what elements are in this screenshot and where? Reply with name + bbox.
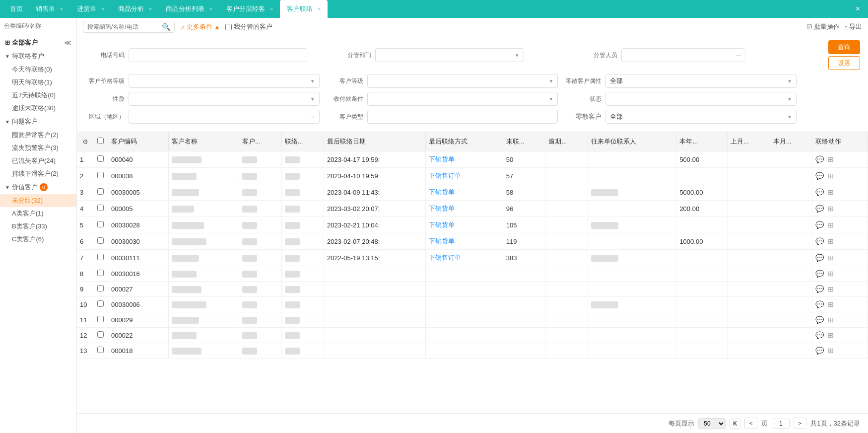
customer-type-input[interactable] — [367, 110, 558, 124]
tab-sales-order[interactable]: 销售单 × — [29, 0, 70, 18]
grid-action-icon[interactable]: ⊞ — [828, 270, 834, 278]
my-customers-checkbox[interactable] — [225, 24, 232, 30]
row-checkbox[interactable] — [94, 312, 108, 328]
close-product-analysis-icon[interactable]: × — [149, 6, 152, 12]
manager-input[interactable]: ··· — [621, 48, 745, 62]
settings-icon[interactable]: ⚙ — [80, 136, 91, 147]
retail-attr-select[interactable]: 全部 ▼ — [605, 74, 797, 88]
type-col-header[interactable]: 客户... — [239, 132, 281, 151]
code-col-header[interactable]: 客户编码 — [108, 132, 169, 151]
grid-action-icon[interactable]: ⊞ — [828, 285, 834, 293]
page-size-select[interactable]: 50 100 200 — [698, 418, 726, 429]
chat-icon[interactable]: 💬 — [815, 188, 824, 196]
search-icon[interactable]: 🔍 — [162, 23, 170, 31]
sidebar-item-churn-warning[interactable]: 流失预警客户(3) — [0, 142, 76, 154]
chat-icon[interactable]: 💬 — [815, 285, 824, 293]
grid-action-icon[interactable]: ⊞ — [828, 300, 834, 308]
phone-input[interactable] — [129, 48, 307, 62]
payment-select[interactable]: ▼ — [367, 92, 558, 106]
tab-purchase-order[interactable]: 进货单 × — [70, 0, 111, 18]
this-month-col-header[interactable]: 本月... — [770, 132, 812, 151]
grid-action-icon[interactable]: ⊞ — [828, 237, 834, 245]
chat-icon[interactable]: 💬 — [815, 237, 824, 245]
sidebar-item-churned[interactable]: 已流失客户(24) — [0, 154, 76, 167]
row-checkbox[interactable] — [94, 151, 108, 168]
first-page-button[interactable]: K — [730, 419, 740, 429]
all-customers-header[interactable]: ⊞ 全部客户 ≪ — [0, 34, 76, 49]
grid-action-icon[interactable]: ⊞ — [828, 254, 834, 262]
contact-person-col-header[interactable]: 往来单位联系人 — [588, 132, 676, 151]
my-customers-toggle[interactable]: 我分管的客户 — [225, 22, 272, 31]
uncontacted-col-header[interactable]: 未联... — [503, 132, 545, 151]
row-checkbox[interactable] — [94, 184, 108, 201]
row-checkbox[interactable] — [94, 266, 108, 282]
tab-customer-segmentation[interactable]: 客户分层经客 × — [219, 0, 280, 18]
action-col-header[interactable]: 联络动作 — [812, 132, 868, 151]
chat-icon[interactable]: 💬 — [815, 347, 824, 355]
close-product-analysis-list-icon[interactable]: × — [209, 6, 212, 12]
row-checkbox[interactable] — [94, 201, 108, 217]
department-select[interactable]: ▼ — [375, 48, 524, 62]
row-checkbox[interactable] — [94, 217, 108, 233]
grid-action-icon[interactable]: ⊞ — [828, 172, 834, 180]
contact-method-link[interactable]: 下销售订单 — [429, 172, 461, 179]
grid-action-icon[interactable]: ⊞ — [828, 331, 834, 339]
price-level-select[interactable]: ▼ — [129, 74, 320, 88]
this-year-col-header[interactable]: 本年... — [676, 132, 728, 151]
home-tab[interactable]: 首页 — [4, 0, 29, 18]
chat-icon[interactable]: 💬 — [815, 155, 824, 163]
last-month-col-header[interactable]: 上月... — [728, 132, 770, 151]
overdue-col-header[interactable]: 逾期... — [545, 132, 588, 151]
sidebar-group-problem-customers[interactable]: ▼ 问题客户 — [0, 115, 76, 129]
sidebar-item-tomorrow-pending[interactable]: 明天待联络(1) — [0, 76, 76, 89]
search-input[interactable] — [87, 23, 162, 30]
sidebar-item-class-b[interactable]: B类客户(33) — [0, 220, 76, 233]
retail-customer-select[interactable]: 全部 ▼ — [605, 110, 797, 124]
sidebar-item-overdue-contact[interactable]: 逾期未联络(30) — [0, 102, 76, 115]
chat-icon[interactable]: 💬 — [815, 221, 824, 229]
last-contact-method-col-header[interactable]: 最后联络方式 — [425, 132, 503, 151]
grid-action-icon[interactable]: ⊞ — [828, 316, 834, 324]
reset-button[interactable]: 设置 — [828, 56, 860, 70]
name-col-header[interactable]: 客户名称 — [168, 132, 239, 151]
row-checkbox[interactable] — [94, 328, 108, 343]
nature-select[interactable]: ▼ — [129, 92, 320, 106]
row-checkbox[interactable] — [94, 297, 108, 312]
contact-method-link[interactable]: 下销货单 — [429, 188, 455, 196]
close-purchase-order-icon[interactable]: × — [101, 6, 104, 12]
checkbox-col-header[interactable] — [94, 132, 108, 151]
settings-col-header[interactable]: ⚙ — [77, 132, 94, 151]
refresh-icon[interactable]: ↺ — [40, 183, 48, 191]
window-close-icon[interactable]: × — [852, 4, 864, 13]
sidebar-item-class-a[interactable]: A类客户(1) — [0, 207, 76, 220]
row-checkbox[interactable] — [94, 250, 108, 266]
contact-method-link[interactable]: 下销货单 — [429, 221, 455, 228]
contact-method-link[interactable]: 下销售订单 — [429, 254, 461, 261]
chat-icon[interactable]: 💬 — [815, 270, 824, 278]
row-checkbox[interactable] — [94, 233, 108, 250]
sidebar-item-declining[interactable]: 持续下滑客户(2) — [0, 167, 76, 180]
contact-method-link[interactable]: 下销货单 — [429, 205, 455, 212]
chat-icon[interactable]: 💬 — [815, 300, 824, 308]
sidebar-item-abnormal-purchase[interactable]: 囤购异常客户(2) — [0, 129, 76, 142]
chat-icon[interactable]: 💬 — [815, 172, 824, 180]
prev-page-button[interactable]: ＜ — [744, 418, 757, 429]
contact-method-link[interactable]: 下销货单 — [429, 237, 455, 245]
region-input[interactable]: ··· — [129, 110, 320, 124]
chat-icon[interactable]: 💬 — [815, 254, 824, 262]
grid-action-icon[interactable]: ⊞ — [828, 205, 834, 213]
page-number-input[interactable] — [772, 419, 790, 429]
last-contact-date-col-header[interactable]: 最后联络日期 — [324, 132, 426, 151]
sidebar-item-class-c[interactable]: C类客户(6) — [0, 233, 76, 246]
tab-product-analysis-list[interactable]: 商品分析列表 × — [159, 0, 219, 18]
chat-icon[interactable]: 💬 — [815, 331, 824, 339]
status-select[interactable]: ▼ — [605, 92, 797, 106]
close-sales-order-icon[interactable]: × — [60, 6, 63, 12]
query-button[interactable]: 查询 — [828, 40, 860, 54]
sidebar-group-value-customers[interactable]: ▼ 价值客户 ↺ — [0, 180, 76, 194]
sidebar-search-input[interactable] — [4, 22, 77, 29]
tab-product-analysis[interactable]: 商品分析 × — [111, 0, 159, 18]
row-checkbox[interactable] — [94, 168, 108, 184]
grid-action-icon[interactable]: ⊞ — [828, 347, 834, 355]
sidebar-item-today-pending[interactable]: 今天待联络(0) — [0, 63, 76, 76]
